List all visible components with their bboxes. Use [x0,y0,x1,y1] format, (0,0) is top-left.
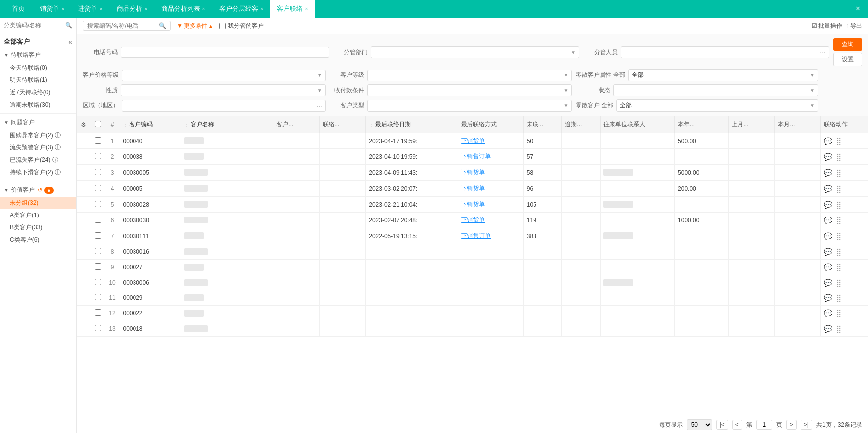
customer-type-select[interactable]: ▼ [367,100,572,112]
type-header[interactable]: 客户... [273,116,320,133]
message-icon[interactable]: 💬 [824,294,832,302]
grid-icon[interactable]: ⣿ [836,294,841,302]
message-icon[interactable]: 💬 [824,201,832,209]
row-checkbox-cell[interactable] [91,149,105,165]
row-checkbox[interactable] [95,137,101,144]
message-icon[interactable]: 💬 [824,263,832,271]
sidebar-item-hoarding[interactable]: 囤购异常客户(2) ⓘ [0,129,76,142]
sidebar-item-7days[interactable]: 近7天待联络(0) [0,86,76,99]
grid-icon[interactable]: ⣿ [836,185,841,193]
code-header[interactable]: 客户编码 [120,116,181,133]
uncontact-header[interactable]: 未联... [523,116,561,133]
dept-select[interactable]: ▼ [371,46,579,58]
row-checkbox-cell[interactable] [91,260,105,275]
retail-attr-select[interactable]: 全部 ▼ [628,69,818,81]
row-checkbox[interactable] [95,325,101,331]
last-contact-way[interactable] [458,260,524,275]
select-all-checkbox[interactable] [95,121,101,127]
payment-select[interactable]: ▼ [367,84,572,96]
my-customers-checkbox[interactable]: 我分管的客户 [219,22,264,30]
more-conditions-btn[interactable]: ▼ 更多条件 ▲ [177,22,213,30]
last-page-btn[interactable]: >| [801,420,812,430]
nav-tab-product-analysis-list[interactable]: 商品分析列表 × [154,0,212,18]
last-way-link[interactable]: 下销货单 [461,216,485,223]
row-checkbox[interactable] [95,263,101,270]
person-select[interactable]: ··· [621,46,829,58]
search-icon[interactable]: 🔍 [159,22,166,29]
overdue-header[interactable]: 逾期... [562,116,600,133]
search-input[interactable] [87,22,157,29]
sidebar-item-today[interactable]: 今天待联络(0) [0,62,76,74]
phone-input[interactable] [121,47,329,58]
message-icon[interactable]: 💬 [824,185,832,193]
row-checkbox[interactable] [95,169,101,175]
price-level-select[interactable]: ▼ [122,70,326,81]
row-checkbox[interactable] [95,201,101,207]
page-number-input[interactable] [756,420,772,430]
message-icon[interactable]: 💬 [824,137,832,145]
query-btn[interactable]: 查询 [833,38,862,51]
row-checkbox[interactable] [95,294,101,300]
message-icon[interactable]: 💬 [824,309,832,317]
message-icon[interactable]: 💬 [824,216,832,224]
message-icon[interactable]: 💬 [824,232,832,240]
close-product-analysis-icon[interactable]: × [144,6,147,12]
last-contact-way[interactable] [458,306,524,321]
close-customer-contact-icon[interactable]: × [305,6,308,12]
sidebar-collapse-icon[interactable]: « [68,38,72,46]
sidebar-search-icon[interactable]: 🔍 [65,22,72,29]
row-checkbox-cell[interactable] [91,213,105,228]
grid-icon[interactable]: ⣿ [836,248,841,256]
contact-header[interactable]: 联络... [320,116,366,133]
message-icon[interactable]: 💬 [824,169,832,177]
last-way-link[interactable]: 下销售订单 [461,153,491,160]
last-contact-way[interactable]: 下销货单 [458,165,524,181]
last-contact-way[interactable]: 下销售订单 [458,149,524,165]
page-size-select[interactable]: 20 50 100 [687,419,712,430]
row-checkbox-cell[interactable] [91,181,105,197]
last-month-header[interactable]: 上月... [729,116,775,133]
settings-header[interactable]: ⚙ [77,116,91,133]
nature-select[interactable]: ▼ [121,84,326,96]
row-checkbox-cell[interactable] [91,165,105,181]
last-contact-way[interactable] [458,290,524,306]
nav-tab-customer-contact[interactable]: 客户联络 × [270,0,315,18]
all-customers-header[interactable]: 全部客户 « [0,33,76,48]
grid-icon[interactable]: ⣿ [836,232,841,240]
last-way-link[interactable]: 下销货单 [461,137,485,144]
this-month-header[interactable]: 本月... [775,116,821,133]
row-checkbox-cell[interactable] [91,321,105,337]
close-purchase-icon[interactable]: × [99,6,102,12]
sidebar-item-churned[interactable]: 已流失客户(24) ⓘ [0,154,76,166]
name-header[interactable]: 客户名称 [181,116,273,133]
last-contact-way[interactable]: 下销货单 [458,197,524,213]
row-checkbox[interactable] [95,248,101,254]
sidebar-item-declining[interactable]: 持续下滑客户(2) ⓘ [0,166,76,179]
region-select[interactable]: ··· [122,100,326,112]
checkbox-header[interactable] [91,116,105,133]
sidebar-group-pending[interactable]: ▼ 待联络客户 [0,48,76,62]
value-refresh-icon[interactable]: ↺ [38,187,42,193]
sidebar-search-input[interactable] [4,22,63,29]
retail-customer-select[interactable]: 全部 ▼ [616,99,818,112]
last-contact-way[interactable]: 下销货单 [458,213,524,228]
person-ellipsis-icon[interactable]: ··· [820,48,826,56]
row-checkbox-cell[interactable] [91,197,105,213]
last-contact-way[interactable] [458,321,524,337]
close-sales-icon[interactable]: × [61,6,64,12]
prev-page-btn[interactable]: < [732,420,742,430]
last-contact-way[interactable] [458,275,524,290]
message-icon[interactable]: 💬 [824,153,832,161]
close-customer-segment-icon[interactable]: × [260,6,263,12]
sidebar-item-class-c[interactable]: C类客户(6) [0,234,76,246]
sidebar-item-class-b[interactable]: B类客户(33) [0,221,76,234]
nav-tab-purchase[interactable]: 进货单 × [71,0,109,18]
next-page-btn[interactable]: > [786,420,797,430]
contact-person-header[interactable]: 往来单位联系人 [600,116,674,133]
sidebar-item-ungrouped[interactable]: 未分组(32) [0,197,76,209]
grid-icon[interactable]: ⣿ [836,263,841,271]
my-customers-check[interactable] [219,23,226,29]
last-way-link[interactable]: 下销货单 [461,169,485,176]
close-product-analysis-list-icon[interactable]: × [202,6,205,12]
row-checkbox-cell[interactable] [91,244,105,260]
